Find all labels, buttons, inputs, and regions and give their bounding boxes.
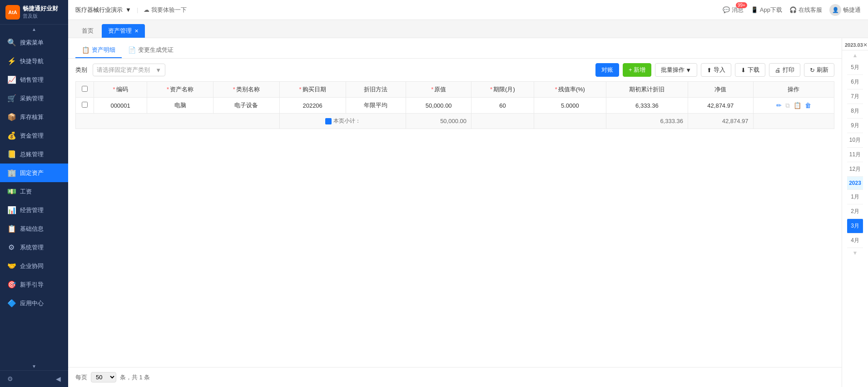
subtotal-row: 本页小计： 50,000.00 6,333.36 42,874.97 — [76, 114, 834, 129]
tab-close-btn[interactable]: ✕ — [134, 28, 139, 34]
month-item-8月[interactable]: 8月 — [847, 104, 863, 119]
sidebar-item-fixed-assets[interactable]: 🏢固定资产 — [0, 164, 68, 182]
logo-icon: AtA — [5, 5, 20, 20]
settings-icon[interactable]: ⚙ — [7, 375, 13, 382]
th-period: *期限(月) — [471, 82, 534, 98]
collapse-icon[interactable]: ◀ — [56, 375, 61, 382]
experience-label: 我要体验一下 — [151, 6, 187, 14]
company-selector[interactable]: 医疗器械行业演示 ▼ — [75, 6, 131, 14]
edit-icon[interactable]: ✏ — [776, 102, 782, 109]
subtotal-period-empty — [471, 114, 534, 129]
sidebar: AtA 畅捷通好业财 普及版 ▲ 🔍搜索菜单⚡快捷导航📈销售管理🛒采购管理📦库存… — [0, 0, 68, 387]
sidebar-item-label-inventory: 库存核算 — [20, 113, 44, 121]
tab-asset-management[interactable]: 资产管理 ✕ — [102, 24, 145, 38]
sidebar-item-app-center[interactable]: 🔷应用中心 — [0, 294, 68, 313]
sidebar-item-label-ledger: 总账管理 — [20, 150, 44, 159]
import-btn[interactable]: ⬆ 导入 — [701, 63, 731, 77]
sidebar-item-cooperation[interactable]: 🤝企业协同 — [0, 257, 68, 275]
panel-close-btn[interactable]: ✕ — [863, 42, 868, 48]
logo-abbr: AtA — [8, 10, 17, 15]
tab-active-label: 资产管理 — [108, 27, 132, 35]
refresh-btn[interactable]: ↻ 刷新 — [804, 63, 834, 77]
print-btn[interactable]: 🖨 打印 — [769, 63, 800, 77]
topbar-divider1: | — [137, 6, 138, 13]
month-item-10月[interactable]: 10月 — [847, 133, 863, 148]
ledger-icon: 📒 — [7, 150, 15, 159]
filter-placeholder: 请选择固定资产类别 — [97, 66, 150, 74]
per-page-select[interactable]: 50 10 20 100 — [91, 372, 116, 382]
month-list: 5月6月7月8月9月10月11月12月20231月2月3月4月 — [847, 60, 863, 248]
month-item-12月[interactable]: 12月 — [847, 162, 863, 177]
sidebar-scroll-down[interactable]: ▼ — [0, 362, 68, 370]
service-btn[interactable]: 🎧 在线客服 — [789, 6, 822, 14]
category-filter[interactable]: 请选择固定资产类别 ▼ — [93, 64, 165, 76]
copy-icon[interactable]: ⧉ — [785, 102, 790, 109]
month-scroll-down[interactable]: ▼ — [842, 248, 868, 258]
th-net-value: 净值 — [688, 82, 753, 98]
month-item-9月[interactable]: 9月 — [847, 119, 863, 133]
subtab-change-voucher-icon: 📄 — [128, 46, 136, 54]
month-item-1月[interactable]: 1月 — [847, 190, 863, 204]
download-label: 下载 — [748, 66, 759, 74]
month-item-5月[interactable]: 5月 — [847, 60, 863, 75]
sidebar-item-label-sales: 销售管理 — [20, 76, 44, 84]
asset-table: *编码 *资产名称 *类别名称 *购买日期 折旧方法 *原值 *期限(月) *残… — [75, 81, 834, 129]
th-category: *类别名称 — [213, 82, 279, 98]
app-download-icon: 📱 — [751, 6, 758, 13]
sidebar-item-inventory[interactable]: 📦库存核算 — [0, 108, 68, 126]
payroll-icon: 💵 — [7, 187, 15, 196]
subtotal-residual-empty — [534, 114, 606, 129]
experience-btn[interactable]: ☁ 我要体验一下 — [144, 6, 187, 14]
subtab-asset-detail[interactable]: 📋 资产明细 — [75, 43, 122, 58]
sidebar-item-basic-info[interactable]: 📋基础信息 — [0, 219, 68, 238]
sidebar-item-purchase[interactable]: 🛒采购管理 — [0, 89, 68, 108]
month-item-6月[interactable]: 6月 — [847, 75, 863, 89]
sidebar-item-payroll[interactable]: 💵工资 — [0, 182, 68, 201]
month-item-3月[interactable]: 3月 — [847, 219, 863, 233]
user-profile-btn[interactable]: 👤 畅捷通 — [829, 4, 861, 16]
row-code: 000001 — [94, 98, 147, 114]
month-item-11月[interactable]: 11月 — [847, 148, 863, 162]
message-btn[interactable]: 💬 消息 99+ — [723, 6, 744, 14]
select-all-checkbox[interactable] — [82, 86, 88, 92]
tab-home-label: 首页 — [82, 27, 94, 34]
subtab-change-voucher[interactable]: 📄 变更生成凭证 — [122, 43, 180, 58]
tab-home[interactable]: 首页 — [75, 24, 100, 38]
sidebar-item-quick-nav[interactable]: ⚡快捷导航 — [0, 52, 68, 70]
th-name: *资产名称 — [147, 82, 213, 98]
row-checkbox-cell — [76, 98, 94, 114]
batch-btn[interactable]: 批量操作 ▼ — [655, 63, 697, 77]
sidebar-item-search[interactable]: 🔍搜索菜单 — [0, 33, 68, 52]
sidebar-item-sales[interactable]: 📈销售管理 — [0, 70, 68, 89]
operations-icon: 📊 — [7, 206, 15, 214]
sidebar-item-guide[interactable]: 🎯新手引导 — [0, 275, 68, 294]
download-btn[interactable]: ⬇ 下载 — [735, 63, 765, 77]
month-item-2月[interactable]: 2月 — [847, 204, 863, 219]
company-dropdown-icon: ▼ — [125, 6, 131, 13]
app-download-btn[interactable]: 📱 App下载 — [751, 6, 782, 14]
download-icon: ⬇ — [741, 67, 746, 74]
delete-icon[interactable]: 🗑 — [805, 102, 811, 109]
subtotal-net-value: 42,874.97 — [688, 114, 753, 129]
detail-icon[interactable]: 📋 — [794, 102, 801, 109]
sidebar-item-label-cooperation: 企业协同 — [20, 262, 44, 270]
month-scroll-up[interactable]: ▲ — [842, 50, 868, 60]
new-btn[interactable]: + 新增 — [623, 63, 651, 77]
row-depreciation-method: 年限平均 — [346, 98, 406, 114]
sidebar-item-ledger[interactable]: 📒总账管理 — [0, 145, 68, 164]
th-initial-accumulated: 期初累计折旧 — [606, 82, 688, 98]
reconcile-btn[interactable]: 对账 — [595, 63, 619, 77]
sidebar-item-operations[interactable]: 📊经营管理 — [0, 201, 68, 219]
sidebar-scroll-up[interactable]: ▲ — [0, 25, 68, 33]
sidebar-item-fund[interactable]: 💰资金管理 — [0, 126, 68, 145]
month-item-4月[interactable]: 4月 — [847, 233, 863, 248]
row-checkbox[interactable] — [82, 102, 88, 108]
sales-icon: 📈 — [7, 75, 15, 84]
month-item-7月[interactable]: 7月 — [847, 89, 863, 104]
cooperation-icon: 🤝 — [7, 262, 15, 270]
quick-nav-icon: ⚡ — [7, 57, 15, 65]
toolbar: 类别 请选择固定资产类别 ▼ 对账 + 新增 批量操作 ▼ ⬆ 导入 — [68, 59, 842, 81]
sidebar-item-label-fund: 资金管理 — [20, 132, 44, 140]
sidebar-item-system[interactable]: ⚙系统管理 — [0, 238, 68, 257]
refresh-icon: ↻ — [810, 67, 815, 74]
